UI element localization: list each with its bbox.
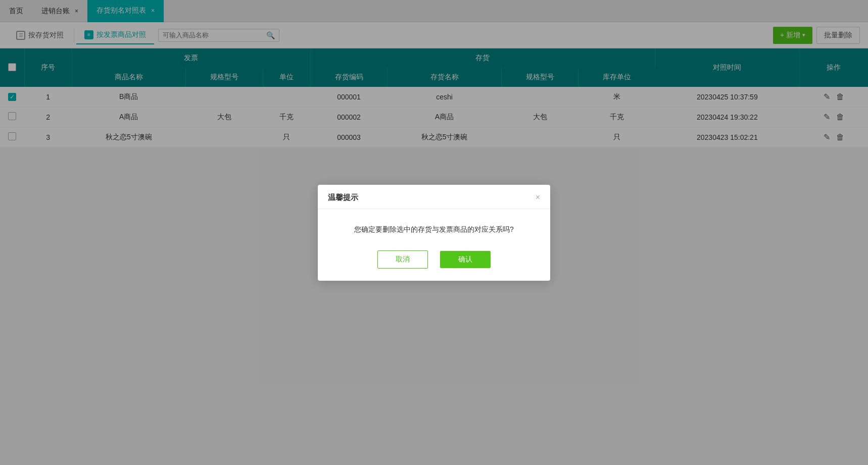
confirm-dialog: 温馨提示 × 您确定要删除选中的存货与发票商品的对应关系吗? 取消 确认 — [318, 185, 550, 281]
dialog-body: 您确定要删除选中的存货与发票商品的对应关系吗? — [318, 209, 550, 244]
dialog-cancel-button[interactable]: 取消 — [377, 250, 428, 269]
dialog-header: 温馨提示 × — [318, 185, 550, 209]
dialog-message: 您确定要删除选中的存货与发票商品的对应关系吗? — [354, 225, 514, 233]
dialog-close-button[interactable]: × — [536, 193, 540, 202]
dialog-cancel-label: 取消 — [396, 255, 410, 263]
modal-overlay: 温馨提示 × 您确定要删除选中的存货与发票商品的对应关系吗? 取消 确认 — [0, 0, 868, 465]
dialog-confirm-button[interactable]: 确认 — [440, 251, 491, 268]
dialog-footer: 取消 确认 — [318, 244, 550, 281]
dialog-title: 温馨提示 — [328, 193, 358, 202]
dialog-confirm-label: 确认 — [458, 255, 472, 263]
